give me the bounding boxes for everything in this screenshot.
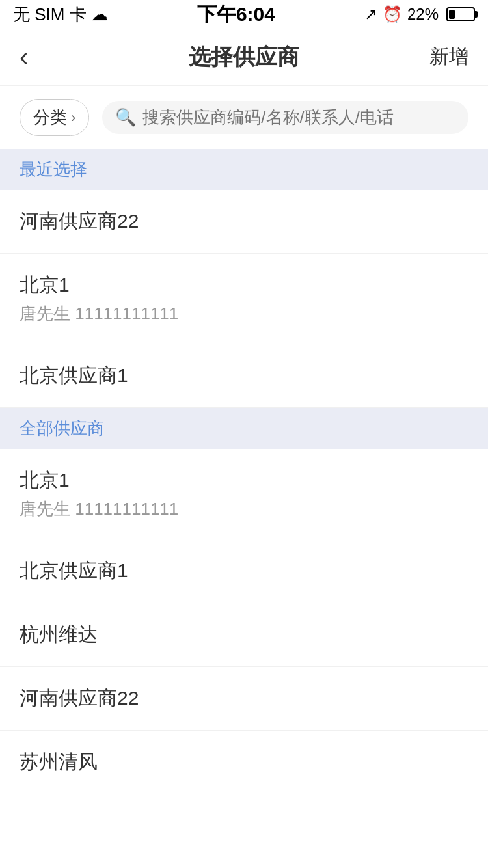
page-title: 选择供应商 — [189, 42, 299, 72]
item-name: 北京1 — [20, 467, 468, 494]
list-item[interactable]: 北京1唐先生 11111111111 — [0, 254, 488, 344]
location-icon: ↗ — [364, 5, 377, 23]
battery-percent: 22% — [407, 5, 439, 23]
list-item[interactable]: 北京1唐先生 11111111111 — [0, 449, 488, 539]
all-list: 北京1唐先生 11111111111北京供应商1杭州维达河南供应商22苏州清风 — [0, 449, 488, 794]
filter-bar: 分类 › 🔍 — [0, 86, 488, 149]
list-item[interactable]: 杭州维达 — [0, 603, 488, 667]
battery-icon — [446, 7, 475, 21]
item-name: 河南供应商22 — [20, 208, 468, 235]
category-label: 分类 — [33, 106, 67, 129]
back-button[interactable]: ‹ — [20, 42, 59, 72]
status-left: 无 SIM 卡 ☁ — [13, 3, 108, 26]
nav-bar: ‹ 选择供应商 新增 — [0, 29, 488, 86]
list-item[interactable]: 河南供应商22 — [0, 190, 488, 254]
item-name: 河南供应商22 — [20, 685, 468, 712]
item-sub: 唐先生 11111111111 — [20, 498, 468, 521]
search-input[interactable] — [142, 107, 455, 128]
alarm-icon: ⏰ — [383, 5, 402, 23]
status-bar: 无 SIM 卡 ☁ 下午6:04 ↗ ⏰ 22% — [0, 0, 488, 29]
list-item[interactable]: 北京供应商1 — [0, 344, 488, 408]
item-name: 北京供应商1 — [20, 558, 468, 584]
sim-status: 无 SIM 卡 ☁ — [13, 3, 108, 26]
list-item[interactable]: 河南供应商22 — [0, 667, 488, 731]
recent-section-header: 最近选择 — [0, 149, 488, 190]
item-name: 北京1 — [20, 272, 468, 299]
item-name: 北京供应商1 — [20, 362, 468, 389]
all-section-label: 全部供应商 — [20, 418, 104, 438]
search-box[interactable]: 🔍 — [102, 101, 468, 134]
chevron-right-icon: › — [71, 109, 75, 126]
status-right: ↗ ⏰ 22% — [364, 5, 475, 23]
category-button[interactable]: 分类 › — [20, 99, 89, 136]
item-name: 杭州维达 — [20, 621, 468, 648]
recent-section-label: 最近选择 — [20, 159, 87, 179]
status-time: 下午6:04 — [197, 1, 275, 28]
recent-list: 河南供应商22北京1唐先生 11111111111北京供应商1 — [0, 190, 488, 408]
item-sub: 唐先生 11111111111 — [20, 303, 468, 325]
list-item[interactable]: 北京供应商1 — [0, 539, 488, 603]
search-icon: 🔍 — [115, 107, 136, 128]
all-section-header: 全部供应商 — [0, 408, 488, 449]
item-name: 苏州清风 — [20, 749, 468, 776]
list-item[interactable]: 苏州清风 — [0, 731, 488, 794]
add-button[interactable]: 新增 — [429, 44, 468, 70]
